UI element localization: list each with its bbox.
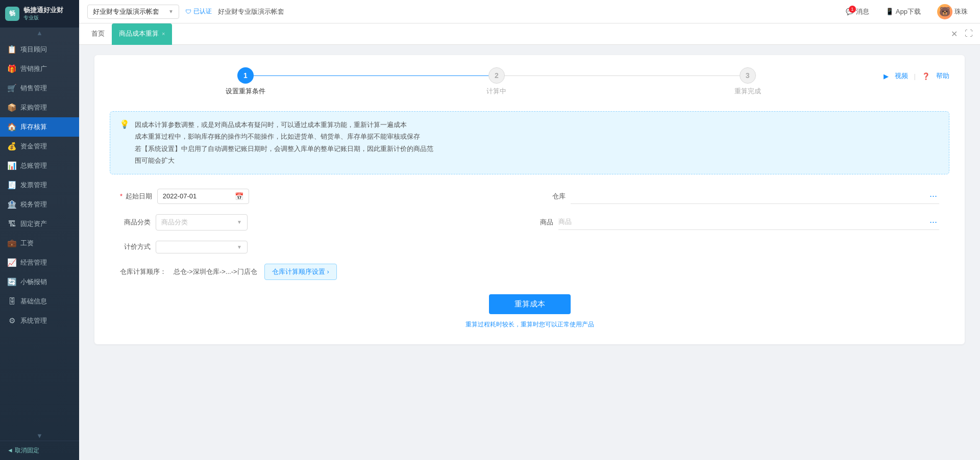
sidebar-item-marketing[interactable]: 🎁 营销推广 <box>0 59 79 79</box>
sidebar-item-basic[interactable]: 🗄 基础信息 <box>0 292 79 311</box>
pricing-select[interactable]: ▼ <box>156 241 248 253</box>
video-label[interactable]: 视频 <box>895 71 908 81</box>
sidebar-item-purchase[interactable]: 📦 采购管理 <box>0 98 79 117</box>
sidebar-unpin-button[interactable]: ◄ 取消固定 <box>0 441 79 460</box>
user-menu-button[interactable]: 🐻 珠珠 <box>933 2 972 21</box>
scroll-up-indicator: ▲ <box>0 28 79 38</box>
tab-cost-recalc[interactable]: 商品成本重算 × <box>112 23 172 45</box>
app-label: App下载 <box>896 7 921 16</box>
step-2-label: 计算中 <box>486 87 506 96</box>
content-area: 1 设置重算条件 2 计算中 <box>79 45 980 460</box>
goods-placeholder: 商品 <box>558 217 927 226</box>
sidebar-item-label-invoice: 发票管理 <box>20 181 47 190</box>
sidebar-item-label-project: 项目顾问 <box>20 45 47 54</box>
goods-field: 商品 商品 ··· <box>535 215 940 230</box>
info-line-3: 若【系统设置】中启用了自动调整记账日期时，会调整入库单的整单记账日期，因此重新计… <box>135 143 433 155</box>
sidebar-item-label-inventory: 库存核算 <box>20 122 47 132</box>
purchase-icon: 📦 <box>7 103 16 112</box>
step-1-number: 1 <box>243 71 248 80</box>
category-label: 商品分类 <box>120 218 151 227</box>
tab-home[interactable]: 首页 <box>84 23 112 45</box>
tab-close-icon[interactable]: × <box>162 31 165 37</box>
help-icon: ❓ <box>922 72 930 80</box>
goods-input: 商品 ··· <box>558 215 940 230</box>
wizard-help: ▶ 视频 | ❓ 帮助 <box>884 67 949 81</box>
expand-icon[interactable]: ⛶ <box>963 27 975 41</box>
warehouse-order-settings-button[interactable]: 仓库计算顺序设置 › <box>264 264 337 280</box>
verified-account-name: 好业财专业版演示帐套 <box>218 7 284 16</box>
verified-text: 已认证 <box>193 7 212 16</box>
sidebar-item-invoice[interactable]: 🧾 发票管理 <box>0 175 79 195</box>
account-selector[interactable]: 好业财专业版演示帐套 ▼ <box>87 5 179 19</box>
divider: | <box>914 72 916 80</box>
sidebar-item-sales[interactable]: 🛒 销售管理 <box>0 79 79 98</box>
help-label[interactable]: 帮助 <box>936 71 949 81</box>
form-area: * 起始日期 2022-07-01 📅 仓库 ··· <box>110 189 949 329</box>
start-date-input[interactable]: 2022-07-01 📅 <box>157 189 249 204</box>
system-icon: ⚙ <box>7 316 16 325</box>
category-placeholder: 商品分类 <box>161 218 188 227</box>
verified-badge: 🛡 已认证 <box>185 7 212 16</box>
notification-badge: 💬 1 <box>846 8 854 15</box>
inventory-icon: 🏠 <box>7 122 16 132</box>
step-3-circle: 3 <box>740 67 756 84</box>
sidebar-item-accounting[interactable]: 📊 总账管理 <box>0 156 79 175</box>
sidebar-item-expense[interactable]: 🔄 小畅报销 <box>0 272 79 292</box>
message-button[interactable]: 💬 1 消息 <box>842 5 873 18</box>
warehouse-order-settings-label: 仓库计算顺序设置 <box>272 267 325 276</box>
salary-icon: 💼 <box>7 239 16 248</box>
info-line-4: 围可能会扩大 <box>135 155 433 166</box>
calendar-icon: 📅 <box>235 192 243 200</box>
sidebar-item-system[interactable]: ⚙ 系统管理 <box>0 311 79 330</box>
form-row-2: 商品分类 商品分类 ▼ 商品 商品 ··· <box>120 214 939 231</box>
sidebar-item-business[interactable]: 📈 经营管理 <box>0 253 79 272</box>
tabs-actions: ✕ ⛶ <box>949 27 975 41</box>
sidebar-header: 畅 畅捷通好业财 专业版 <box>0 0 79 28</box>
mobile-icon: 📱 <box>886 8 894 15</box>
topbar-right: 💬 1 消息 📱 App下载 🐻 珠珠 <box>842 2 972 21</box>
step-wizard: 1 设置重算条件 2 计算中 <box>110 67 884 96</box>
info-line-2: 成本重算过程中，影响库存账的操作均不能操作，比如进货单、销货单、库存单据不能审核… <box>135 131 433 142</box>
chevron-right-icon: › <box>327 268 329 275</box>
category-chevron-icon: ▼ <box>237 219 242 225</box>
step-2: 2 计算中 <box>371 67 622 96</box>
step-2-circle: 2 <box>488 67 505 84</box>
video-icon: ▶ <box>884 72 889 80</box>
step-3: 3 重算完成 <box>622 67 873 96</box>
unpin-label: ◄ 取消固定 <box>7 446 39 455</box>
sidebar-item-salary[interactable]: 💼 工资 <box>0 234 79 253</box>
pricing-field: 计价方式 ▼ <box>120 241 525 253</box>
sidebar-item-label-tax: 税务管理 <box>20 200 47 209</box>
step-1-label: 设置重算条件 <box>226 87 265 96</box>
close-window-icon[interactable]: ✕ <box>949 27 960 41</box>
sidebar-item-finance[interactable]: 💰 资金管理 <box>0 137 79 156</box>
submit-area: 重算成本 重算过程耗时较长，重算时您可以正常使用产品 <box>120 294 939 329</box>
sidebar-item-tax[interactable]: 🏦 税务管理 <box>0 195 79 214</box>
tab-home-label: 首页 <box>91 29 105 38</box>
warehouse-input: ··· <box>571 189 940 204</box>
submit-button[interactable]: 重算成本 <box>489 294 571 314</box>
sidebar-item-project[interactable]: 📋 项目顾问 <box>0 40 79 59</box>
warehouse-order-label: 仓库计算顺序： <box>120 267 166 276</box>
sidebar-item-label-business: 经营管理 <box>20 258 47 267</box>
sidebar-item-inventory[interactable]: 🏠 库存核算 <box>0 117 79 137</box>
sales-icon: 🛒 <box>7 84 16 93</box>
category-select[interactable]: 商品分类 ▼ <box>156 214 248 231</box>
goods-dots-button[interactable]: ··· <box>927 217 939 227</box>
account-name: 好业财专业版演示帐套 <box>93 7 159 16</box>
warehouse-field: 仓库 ··· <box>535 189 940 204</box>
start-date-value: 2022-07-01 <box>163 192 197 200</box>
tabs-bar: 首页 商品成本重算 × ✕ ⛶ <box>79 23 980 45</box>
app-download-button[interactable]: 📱 App下载 <box>881 5 925 18</box>
sidebar-item-label-marketing: 营销推广 <box>20 64 47 73</box>
warehouse-dots-button[interactable]: ··· <box>927 191 939 201</box>
sidebar-item-assets[interactable]: 🏗 固定资产 <box>0 214 79 234</box>
required-mark: * <box>120 192 122 200</box>
sidebar-item-label-finance: 资金管理 <box>20 142 47 151</box>
info-line-1: 因成本计算参数调整，或是对商品成本有疑问时，可以通过成本重算功能，重新计算一遍成… <box>135 119 433 131</box>
topbar: 好业财专业版演示帐套 ▼ 🛡 已认证 好业财专业版演示帐套 💬 1 消息 📱 A… <box>79 0 980 23</box>
tax-icon: 🏦 <box>7 200 16 209</box>
tab-active-label: 商品成本重算 <box>119 29 159 38</box>
sidebar-item-label-accounting: 总账管理 <box>20 161 47 170</box>
basic-icon: 🗄 <box>7 297 16 305</box>
